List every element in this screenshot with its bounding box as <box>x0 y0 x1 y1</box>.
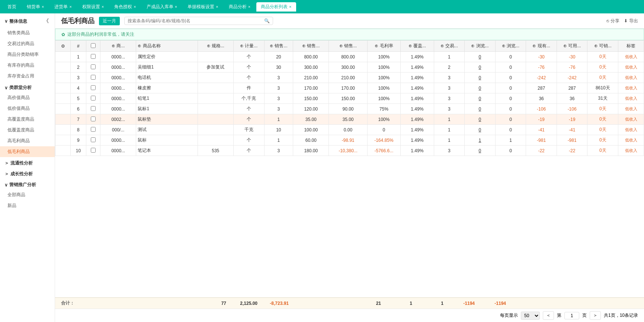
row-check-9[interactable] <box>86 146 100 156</box>
nav-permission-close[interactable]: × <box>102 4 104 9</box>
col-header-stock[interactable]: ⊕ 现有... <box>526 41 557 52</box>
sidebar-item-all-goods[interactable]: 全部商品 <box>0 189 55 200</box>
row-stock-7: -41 <box>526 125 557 135</box>
sidebar-item-high-coverage[interactable]: 高覆盖度商品 <box>0 114 55 125</box>
col-header-spec[interactable]: ⊕ 规格... <box>198 41 233 52</box>
sidebar-item-inventory-capital[interactable]: 库存资金占用 <box>0 71 55 82</box>
col-header-settings[interactable]: ⚙ <box>55 41 71 52</box>
row-checkbox-2[interactable] <box>91 75 96 80</box>
col-header-trade[interactable]: ⊕ 交易... <box>434 41 465 52</box>
row-num-8: 9 <box>71 135 86 146</box>
row-checkbox-3[interactable] <box>91 85 96 90</box>
nav-product-analysis[interactable]: 商品分析 × <box>224 2 255 12</box>
row-checkbox-9[interactable] <box>91 148 96 153</box>
col-header-code[interactable]: ⊕ 商... <box>100 41 136 52</box>
row-check-1[interactable] <box>86 62 100 73</box>
row-view1-3[interactable]: 0 <box>465 83 496 93</box>
sidebar-item-high-value[interactable]: 高价值商品 <box>0 92 55 103</box>
page-number-input[interactable] <box>564 312 579 319</box>
col-header-sale-price[interactable]: ⊕ 销售... <box>293 41 329 52</box>
select-all-checkbox[interactable] <box>91 43 96 48</box>
row-check-6[interactable] <box>86 114 100 125</box>
row-checkbox-6[interactable] <box>91 117 96 121</box>
row-checkbox-0[interactable] <box>91 54 96 59</box>
col-header-name[interactable]: ⊕ 商品名称 <box>136 41 198 52</box>
sidebar-collapse-button[interactable]: 《 <box>42 16 50 26</box>
col-header-sale-qty[interactable]: ⊕ 销售... <box>264 41 293 52</box>
nav-product-analysis-close[interactable]: × <box>248 4 250 9</box>
share-button[interactable]: ⎋ 分享 <box>606 18 619 24</box>
search-icon[interactable]: 🔍 <box>264 18 270 23</box>
row-view1-4[interactable]: 0 <box>465 93 496 104</box>
table-footer: 合计： 77 2,125.00 -8,723.91 21 1 1 -1194 -… <box>55 297 644 309</box>
sidebar-item-low-coverage[interactable]: 低覆盖度商品 <box>0 125 55 136</box>
nav-template-setting-close[interactable]: × <box>216 4 218 9</box>
row-check-8[interactable] <box>86 135 100 146</box>
sidebar-item-new-goods[interactable]: 新品 <box>0 200 55 211</box>
sidebar-group-growth[interactable]: ＞ 成长性分析 <box>0 168 55 179</box>
row-view1-7[interactable]: 0 <box>465 125 496 135</box>
row-checkbox-8[interactable] <box>91 137 96 142</box>
nav-permission[interactable]: 权限设置 × <box>78 2 108 12</box>
col-header-view1[interactable]: ⊕ 浏览... <box>465 41 496 52</box>
row-view1-1[interactable]: 0 <box>465 62 496 73</box>
col-header-gross-rate[interactable]: ⊕ 毛利率 <box>367 41 400 52</box>
row-view1-6[interactable]: 0 <box>465 114 496 125</box>
row-check-5[interactable] <box>86 104 100 114</box>
sidebar-item-high-gross[interactable]: 高毛利商品 <box>0 136 55 146</box>
search-input[interactable] <box>128 18 262 23</box>
sidebar-group-cluster[interactable]: ∨ 类群堂分析 <box>0 82 55 92</box>
prev-page-button[interactable]: ＜ <box>543 311 554 320</box>
col-header-avail[interactable]: ⊕ 可用... <box>557 41 587 52</box>
next-page-button[interactable]: ＞ <box>590 311 601 320</box>
nav-product-storage[interactable]: 产成品入库单 × <box>142 2 182 12</box>
row-check-0[interactable] <box>86 52 100 62</box>
row-checkbox-7[interactable] <box>91 127 96 132</box>
nav-home[interactable]: 首页 <box>3 2 21 12</box>
sidebar-item-category-sales-rate[interactable]: 商品分类助销率 <box>0 49 55 60</box>
table-container[interactable]: ⚙ # ⊕ 商... ⊕ 商品名称 ⊕ 规格... ⊕ 计量... ⊕ 销售..… <box>55 40 644 297</box>
sidebar-item-in-stock-goods[interactable]: 有库存的商品 <box>0 60 55 71</box>
nav-role-auth[interactable]: 角色授权 × <box>110 2 140 12</box>
per-page-select[interactable]: 50 100 200 <box>521 312 540 320</box>
export-button[interactable]: ⬇ 导出 <box>624 18 638 24</box>
row-sale-amt-8: -98.91 <box>329 135 367 146</box>
row-check-2[interactable] <box>86 73 100 83</box>
nav-sales-order[interactable]: 销货单 × <box>22 2 48 12</box>
nav-product-storage-close[interactable]: × <box>175 4 177 9</box>
sidebar-item-traded-goods[interactable]: 交易过的商品 <box>0 38 55 49</box>
sidebar-group-marketing[interactable]: ∨ 营销推广分析 <box>0 179 55 189</box>
nav-sales-order-close[interactable]: × <box>42 4 44 9</box>
col-header-unit[interactable]: ⊕ 计量... <box>233 41 264 52</box>
row-checkbox-1[interactable] <box>91 64 96 69</box>
nav-product-analysis-list[interactable]: 商品分析列表 × <box>256 2 296 12</box>
row-check-3[interactable] <box>86 83 100 93</box>
row-view1-5[interactable]: 0 <box>465 104 496 114</box>
sidebar-item-low-value[interactable]: 低价值商品 <box>0 103 55 114</box>
sidebar-item-low-gross[interactable]: 低毛利商品 <box>0 146 55 157</box>
sidebar-group-circulation[interactable]: ＞ 流通性分析 <box>0 157 55 168</box>
row-check-7[interactable] <box>86 125 100 135</box>
sidebar-item-sales-goods[interactable]: 销售类商品 <box>0 28 55 38</box>
row-check-4[interactable] <box>86 93 100 104</box>
row-saleable-3: 8610天 <box>587 83 618 93</box>
nav-role-auth-close[interactable]: × <box>134 4 136 9</box>
sidebar-group-overall[interactable]: ∨ 整体信息 《 <box>0 13 55 28</box>
nav-purchase-order[interactable]: 进货单 × <box>50 2 76 12</box>
row-checkbox-4[interactable] <box>91 96 96 101</box>
col-header-coverage[interactable]: ⊕ 覆盖... <box>401 41 434 52</box>
row-view1-8[interactable]: 1 <box>465 135 496 146</box>
row-checkbox-5[interactable] <box>91 106 96 111</box>
row-view1-2[interactable]: 0 <box>465 73 496 83</box>
row-view1-9[interactable]: 0 <box>465 146 496 156</box>
nav-template-setting[interactable]: 单据模板设置 × <box>183 2 222 12</box>
col-header-view2[interactable]: ⊕ 浏览... <box>495 41 526 52</box>
nav-purchase-order-close[interactable]: × <box>69 4 71 9</box>
date-filter-button[interactable]: 近一月 <box>99 17 120 25</box>
col-header-check[interactable] <box>86 41 100 52</box>
col-header-sale-amt[interactable]: ⊕ 销售... <box>329 41 367 52</box>
nav-product-analysis-list-close[interactable]: × <box>289 4 291 9</box>
row-sale-amt-3: 170.00 <box>329 83 367 93</box>
row-view1-0[interactable]: 0 <box>465 52 496 62</box>
col-header-saleable[interactable]: ⊕ 可销... <box>587 41 618 52</box>
